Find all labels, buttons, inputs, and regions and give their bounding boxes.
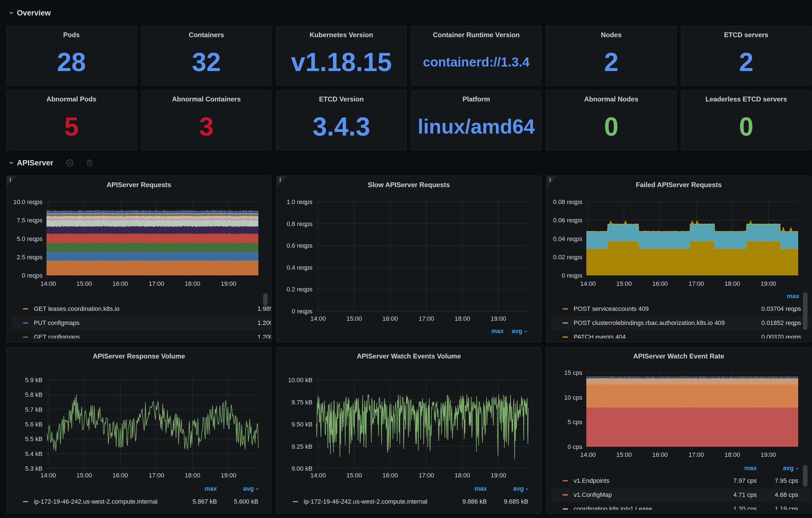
apiserver-charts: iAPIServer Requests10.0 reqps7.5 reqps5.… xyxy=(6,176,811,514)
svg-text:19:00: 19:00 xyxy=(760,451,776,458)
legend-sort-max[interactable]: max xyxy=(205,485,217,492)
stat-value: 2 xyxy=(739,49,753,75)
legend-series-label[interactable]: v1.Endpoints xyxy=(574,477,609,485)
stat-panel-container-runtime-version: Container Runtime Versioncontainerd://1.… xyxy=(411,26,542,86)
stat-value: 3.4.3 xyxy=(313,114,370,140)
gear-icon[interactable] xyxy=(66,159,74,167)
svg-text:0.2 reqps: 0.2 reqps xyxy=(287,286,313,293)
stat-title[interactable]: Abnormal Nodes xyxy=(584,95,638,103)
legend-series-label[interactable]: POST clusterrolebindings.rbac.authorizat… xyxy=(574,319,725,327)
legend-series-marker[interactable] xyxy=(23,337,28,338)
legend-series-label[interactable]: ip-172-19-46-242.us-west-2.compute.inter… xyxy=(34,498,157,505)
svg-text:9.50 kB: 9.50 kB xyxy=(291,421,313,428)
svg-text:16:00: 16:00 xyxy=(382,315,398,322)
legend-header: maxavg xyxy=(277,485,541,495)
legend-series-marker[interactable] xyxy=(563,337,568,338)
chevron-down-icon xyxy=(8,160,14,166)
legend-row[interactable]: POST clusterrolebindings.rbac.authorizat… xyxy=(547,316,811,330)
legend-sort-avg[interactable]: avg xyxy=(512,327,522,335)
plot-area: 1.0 reqps0.8 reqps0.6 reqps0.4 reqps0.2 … xyxy=(277,176,542,342)
legend-sort-avg[interactable]: avg xyxy=(513,485,524,492)
stat-panel-abnormal-nodes: Abnormal Nodes0 xyxy=(546,90,676,150)
legend-series-label[interactable]: v1.ConfigMap xyxy=(574,491,612,498)
svg-text:14:00: 14:00 xyxy=(40,472,56,479)
stat-panel-etcd-servers: ETCD servers2 xyxy=(681,26,811,86)
stat-value-wrap: 0 xyxy=(682,103,811,150)
legend-series-marker[interactable] xyxy=(293,501,298,502)
svg-text:14:00: 14:00 xyxy=(580,280,596,287)
legend-scrollbar[interactable] xyxy=(803,292,808,330)
legend-series-marker[interactable] xyxy=(23,501,28,502)
chart-panel-apiserver-requests: iAPIServer Requests10.0 reqps7.5 reqps5.… xyxy=(6,176,271,342)
stat-value-wrap: 32 xyxy=(142,39,271,85)
legend-scrollbar[interactable] xyxy=(803,465,808,487)
legend-row[interactable]: POST serviceaccounts 4090.03704 reqps xyxy=(547,302,811,316)
stat-value: 0 xyxy=(739,114,753,140)
svg-text:17:00: 17:00 xyxy=(419,472,434,479)
legend-sort-avg[interactable]: avg xyxy=(783,464,794,472)
stat-title[interactable]: Containers xyxy=(189,31,224,39)
legend-sort-max[interactable]: max xyxy=(744,464,757,472)
legend-scrollbar[interactable] xyxy=(263,293,268,306)
legend-series-label[interactable]: ip-172-19-46-242.us-west-2.compute.inter… xyxy=(304,498,428,505)
legend-series-marker[interactable] xyxy=(23,322,28,323)
stat-title[interactable]: ETCD servers xyxy=(724,31,768,39)
svg-text:5 cps: 5 cps xyxy=(568,419,582,426)
sort-chevron-icon xyxy=(523,329,528,334)
legend-series-marker[interactable] xyxy=(563,308,568,310)
legend-series-label[interactable]: PUT configmaps xyxy=(34,319,80,327)
legend-clip-cover xyxy=(547,339,811,342)
legend-row[interactable]: ip-172-19-46-242.us-west-2.compute.inter… xyxy=(277,495,541,509)
section-header-overview[interactable]: Overview xyxy=(0,0,812,26)
svg-text:14:00: 14:00 xyxy=(310,315,326,322)
legend-series-marker[interactable] xyxy=(563,494,568,495)
trash-icon[interactable] xyxy=(86,159,93,167)
legend-header: maxavg xyxy=(277,327,541,337)
legend-sort-max[interactable]: max xyxy=(474,485,487,492)
legend-series-value: 7.95 cps xyxy=(775,477,798,485)
legend-series-marker[interactable] xyxy=(23,308,28,310)
legend-series-label[interactable]: GET leases.coordination.k8s.io xyxy=(34,305,119,313)
stat-title[interactable]: ETCD Version xyxy=(319,95,364,103)
stat-panel-nodes: Nodes2 xyxy=(546,26,676,86)
legend-row[interactable]: GET leases.coordination.k8s.io1.985 reqp… xyxy=(7,302,271,316)
legend-row[interactable]: v1.ConfigMap4.71 cps4.68 cps xyxy=(547,488,811,502)
legend-series-label[interactable]: POST serviceaccounts 409 xyxy=(574,305,648,313)
legend-row[interactable]: PUT configmaps1.200 reqps xyxy=(7,316,271,330)
stat-value: 5 xyxy=(64,114,79,140)
svg-text:19:00: 19:00 xyxy=(760,280,776,287)
legend-series-marker[interactable] xyxy=(563,480,568,481)
stat-title[interactable]: Abnormal Pods xyxy=(47,95,96,103)
svg-text:0.02 reqps: 0.02 reqps xyxy=(553,254,582,261)
stat-title[interactable]: Nodes xyxy=(601,31,621,39)
legend-series-marker[interactable] xyxy=(563,322,568,323)
legend-series-value: 7.97 cps xyxy=(733,477,757,485)
svg-text:9.75 kB: 9.75 kB xyxy=(291,399,313,406)
stat-title[interactable]: Platform xyxy=(463,95,490,103)
stat-panel-etcd-version: ETCD Version3.4.3 xyxy=(276,90,407,150)
stat-panel-containers: Containers32 xyxy=(141,26,271,86)
legend-sort-avg[interactable]: avg xyxy=(243,485,254,492)
svg-text:0 reqps: 0 reqps xyxy=(292,308,313,315)
stat-title[interactable]: Kubernetes Version xyxy=(310,31,373,39)
stat-panel-leaderless-etcd-servers: Leaderless ETCD servers0 xyxy=(681,90,811,150)
svg-text:15:00: 15:00 xyxy=(76,280,92,287)
legend-series-marker[interactable] xyxy=(563,509,568,510)
legend-sort-max[interactable]: max xyxy=(491,327,504,335)
section-header-apiserver[interactable]: APIServer xyxy=(0,150,812,176)
stat-title[interactable]: Pods xyxy=(63,31,80,39)
legend-series-value: 0.03704 reqps xyxy=(761,305,801,313)
svg-text:0.6 reqps: 0.6 reqps xyxy=(287,242,313,249)
stat-title[interactable]: Leaderless ETCD servers xyxy=(705,95,787,103)
svg-text:18:00: 18:00 xyxy=(725,451,740,458)
legend-sort-max[interactable]: max xyxy=(787,292,799,300)
legend-series-value: 0.01852 reqps xyxy=(761,319,801,327)
svg-text:19:00: 19:00 xyxy=(491,315,506,322)
svg-text:15:00: 15:00 xyxy=(76,472,92,479)
legend-series-value: 1.200 reqps xyxy=(258,319,271,327)
legend-row[interactable]: v1.Endpoints7.97 cps7.95 cps xyxy=(547,474,811,488)
stat-value: 32 xyxy=(192,49,221,75)
stat-title[interactable]: Container Runtime Version xyxy=(433,31,520,39)
legend-row[interactable]: ip-172-19-46-242.us-west-2.compute.inter… xyxy=(7,495,271,509)
stat-title[interactable]: Abnormal Containers xyxy=(172,95,241,103)
